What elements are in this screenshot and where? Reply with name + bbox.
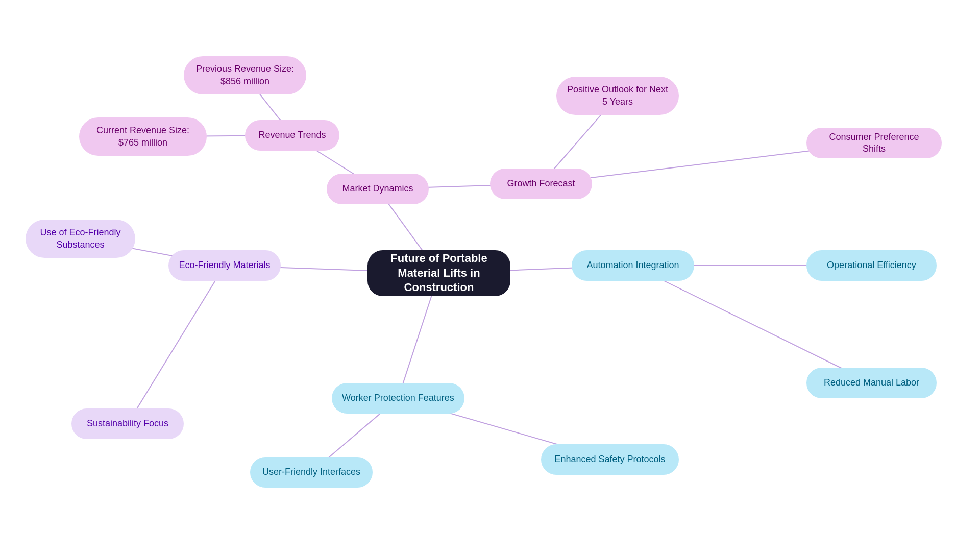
growth-forecast-node: Growth Forecast — [490, 169, 592, 199]
prev-revenue-node: Previous Revenue Size: $856 million — [184, 56, 306, 94]
automation-node: Automation Integration — [572, 250, 694, 281]
enhanced-safety-node: Enhanced Safety Protocols — [541, 444, 679, 475]
operational-node: Operational Efficiency — [806, 250, 937, 281]
svg-line-11 — [128, 266, 225, 424]
consumer-pref-node: Consumer Preference Shifts — [806, 128, 942, 158]
user-friendly-node: User-Friendly Interfaces — [250, 457, 373, 488]
worker-protect-node: Worker Protection Features — [332, 383, 464, 414]
reduced-labor-node: Reduced Manual Labor — [806, 368, 937, 398]
svg-line-13 — [633, 266, 872, 383]
market-dynamics-node: Market Dynamics — [327, 174, 429, 204]
eco-materials-node: Eco-Friendly Materials — [168, 250, 281, 281]
positive-outlook-node: Positive Outlook for Next 5 Years — [556, 77, 679, 115]
eco-substances-node: Use of Eco-Friendly Substances — [26, 220, 135, 258]
sustainability-node: Sustainability Focus — [71, 408, 184, 439]
curr-revenue-node: Current Revenue Size: $765 million — [79, 117, 207, 156]
center-node: Future of Portable Material Lifts in Con… — [368, 250, 510, 296]
revenue-trends-node: Revenue Trends — [245, 120, 339, 151]
